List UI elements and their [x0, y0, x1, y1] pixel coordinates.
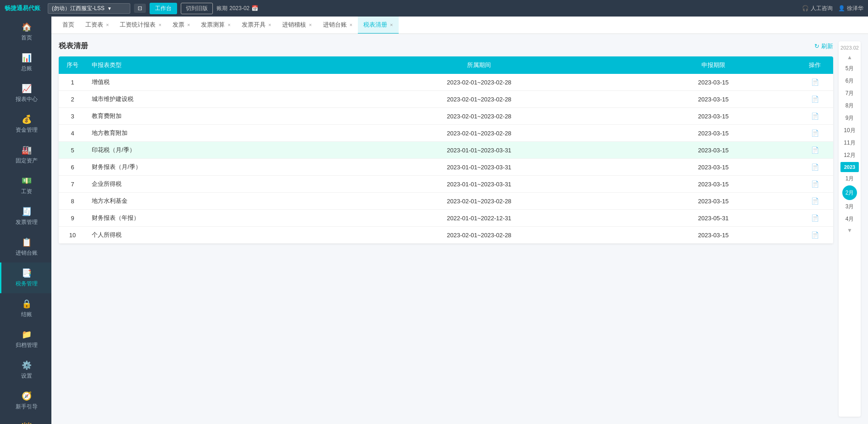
tab-purchase-ledger[interactable]: 进销台账 × — [317, 17, 358, 34]
refresh-button[interactable]: ↻ 刷新 — [814, 42, 833, 50]
table-row: 3 教育费附加 2023-02-01~2023-02-28 2023-03-15… — [59, 108, 833, 125]
sidebar-item-reports[interactable]: 📈 报表中心 — [0, 78, 51, 109]
calendar-icon[interactable]: 📅 — [251, 5, 258, 11]
tab-salary-report-close[interactable]: × — [158, 22, 161, 28]
view-action-icon[interactable]: 📄 — [811, 129, 819, 137]
calendar-month-10[interactable]: 10月 — [839, 124, 861, 137]
view-action-icon[interactable]: 📄 — [811, 78, 819, 86]
calendar-month-8[interactable]: 8月 — [839, 100, 861, 112]
ai-consult-label: 人工咨询 — [811, 5, 833, 12]
sidebar-item-archive[interactable]: 📁 归档管理 — [0, 324, 51, 355]
calendar-panel: 2023.02 ▲ 5月 6月 7月 8月 9月 10月 11月 12月 202… — [839, 41, 861, 417]
view-action-icon[interactable]: 📄 — [811, 146, 819, 154]
calendar-month-6[interactable]: 6月 — [839, 75, 861, 87]
tab-tax-cancel[interactable]: 税表清册 × — [358, 17, 398, 34]
calendar-month-5[interactable]: 5月 — [839, 62, 861, 75]
sidebar-item-funds[interactable]: 💰 资金管理 — [0, 109, 51, 139]
cell-action[interactable]: 📄 — [796, 74, 833, 91]
view-action-icon[interactable]: 📄 — [811, 112, 819, 120]
tab-invoice-open-close[interactable]: × — [268, 22, 271, 28]
cell-action[interactable]: 📄 — [796, 210, 833, 227]
view-action-icon[interactable]: 📄 — [811, 197, 819, 205]
content-area: 首页 工资表 × 工资统计报表 × 发票 × 发票测算 × 发票开具 × — [51, 17, 868, 424]
calendar-month-4[interactable]: 4月 — [839, 213, 861, 225]
user-profile[interactable]: 👤 徐泽华 — [838, 5, 863, 12]
tab-salary-close[interactable]: × — [106, 22, 109, 28]
sidebar-item-salary[interactable]: 💵 工资 — [0, 170, 51, 201]
cell-deadline: 2023-03-15 — [630, 142, 796, 159]
calendar-year-2023[interactable]: 2023 — [840, 162, 859, 172]
sidebar-item-assets[interactable]: 🏭 固定资产 — [0, 139, 51, 170]
cell-action[interactable]: 📄 — [796, 193, 833, 210]
cell-action[interactable]: 📄 — [796, 176, 833, 193]
tab-invoice-calc[interactable]: 发票测算 × — [195, 17, 236, 34]
workbench-button[interactable]: 工作台 — [150, 3, 177, 14]
tab-invoice-open[interactable]: 发票开具 × — [236, 17, 277, 34]
period-value: 2023-02 — [229, 5, 250, 11]
table-row: 1 增值税 2023-02-01~2023-02-28 2023-03-15 📄 — [59, 74, 833, 91]
page-title: 税表清册 — [59, 41, 88, 51]
sidebar-item-tax[interactable]: 📑 税务管理 — [0, 262, 51, 293]
ai-consult-button[interactable]: 🎧 人工咨询 — [802, 5, 833, 12]
tab-invoice[interactable]: 发票 × — [167, 17, 195, 34]
sidebar-item-purchase[interactable]: 📋 进销台账 — [0, 232, 51, 262]
tab-purchase-verify[interactable]: 进销稽核 × — [277, 17, 317, 34]
tab-home[interactable]: 首页 — [57, 17, 80, 34]
sidebar-item-invoice-mgmt[interactable]: 🧾 发票管理 — [0, 201, 51, 232]
username-label: 徐泽华 — [847, 5, 863, 12]
calendar-month-9[interactable]: 9月 — [839, 112, 861, 124]
sidebar-item-guide[interactable]: 🧭 新手引导 — [0, 385, 51, 416]
calendar-month-11[interactable]: 11月 — [839, 137, 861, 149]
calendar-month-2-active[interactable]: 2月 — [842, 185, 857, 200]
funds-icon: 💰 — [22, 114, 32, 124]
view-action-icon[interactable]: 📄 — [811, 180, 819, 188]
calendar-month-7[interactable]: 7月 — [839, 87, 861, 100]
cell-seq: 9 — [59, 210, 86, 227]
view-action-icon[interactable]: 📄 — [811, 231, 819, 239]
cell-action[interactable]: 📄 — [796, 159, 833, 176]
cell-action[interactable]: 📄 — [796, 227, 833, 244]
col-deadline: 申报期限 — [630, 56, 796, 74]
sidebar-item-ledger[interactable]: 📊 总账 — [0, 47, 51, 78]
sidebar-label-tax: 税务管理 — [16, 280, 38, 288]
cell-action[interactable]: 📄 — [796, 142, 833, 159]
cell-action[interactable]: 📄 — [796, 125, 833, 142]
calendar-month-3[interactable]: 3月 — [839, 201, 861, 213]
cell-period: 2023-02-01~2023-02-28 — [328, 193, 630, 210]
tab-purchase-verify-close[interactable]: × — [309, 22, 312, 28]
sidebar-label-close: 结账 — [21, 311, 32, 318]
tab-invoice-close[interactable]: × — [187, 22, 190, 28]
cell-action[interactable]: 📄 — [796, 91, 833, 108]
sidebar-item-close[interactable]: 🔒 结账 — [0, 293, 51, 324]
company-selector[interactable]: (勿动）江西服宝-LSS ▼ — [48, 3, 130, 14]
calendar-scroll-up[interactable]: ▲ — [839, 52, 861, 62]
calendar-month-1[interactable]: 1月 — [839, 173, 861, 185]
tab-purchase-ledger-close[interactable]: × — [350, 22, 352, 28]
assets-icon: 🏭 — [22, 145, 32, 155]
tab-tax-cancel-close[interactable]: × — [390, 22, 393, 28]
cell-deadline: 2023-03-15 — [630, 176, 796, 193]
sidebar-label-guide: 新手引导 — [16, 403, 38, 411]
purchase-icon: 📋 — [22, 237, 32, 247]
tab-invoice-calc-close[interactable]: × — [228, 22, 230, 28]
calendar-scroll-down[interactable]: ▼ — [839, 225, 861, 235]
calendar-month-12[interactable]: 12月 — [839, 149, 861, 162]
home-icon: 🏠 — [22, 22, 32, 32]
sidebar-item-settings[interactable]: ⚙️ 设置 — [0, 355, 51, 385]
cell-type: 印花税（月/季） — [86, 142, 328, 159]
switch-version-button[interactable]: 切到旧版 — [181, 3, 213, 14]
view-action-icon[interactable]: 📄 — [811, 95, 819, 103]
refresh-label: 刷新 — [821, 42, 833, 50]
cell-type: 企业所得税 — [86, 176, 328, 193]
view-action-icon[interactable]: 📄 — [811, 163, 819, 171]
salary-icon: 💵 — [22, 176, 32, 186]
view-action-icon[interactable]: 📄 — [811, 214, 819, 222]
tab-salary[interactable]: 工资表 × — [80, 17, 114, 34]
tab-purchase-ledger-label: 进销台账 — [323, 21, 347, 29]
col-action: 操作 — [796, 56, 833, 74]
sidebar-item-home[interactable]: 🏠 首页 — [0, 17, 51, 47]
copy-icon-btn[interactable]: ⊡ — [134, 4, 146, 13]
cell-action[interactable]: 📄 — [796, 108, 833, 125]
sidebar-item-vip[interactable]: 👑 畅会员 — [0, 416, 51, 424]
tab-salary-report[interactable]: 工资统计报表 × — [114, 17, 167, 34]
